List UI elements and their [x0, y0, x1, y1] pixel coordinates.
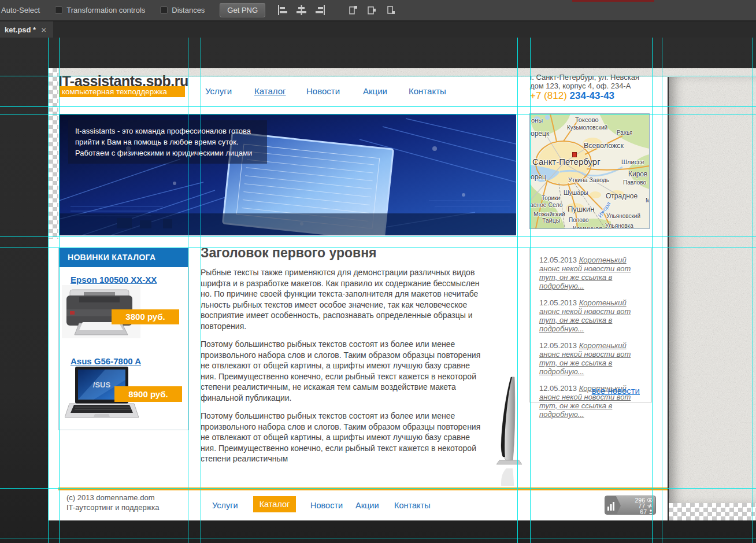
footer-nav-kontakty[interactable]: Контакты	[394, 501, 431, 510]
map-place-label: Пушкин	[568, 205, 594, 213]
nav-item-novosti[interactable]: Новости	[306, 86, 340, 96]
article-paragraph: Поэтому большинство рыбных текстов состо…	[201, 411, 507, 464]
catalog-box-header: НОВИНКИ КАТАЛОГА	[59, 248, 188, 267]
guide-horizontal[interactable]	[0, 538, 756, 538]
map-place-label: Тайцы	[542, 217, 560, 224]
footer-nav-uslugi[interactable]: Услуги	[212, 501, 238, 510]
copyright-line-2: IT-аутсортинг и поддержка	[66, 503, 160, 512]
canvas-area: IT-assistants.spb.ru компьютерная техпод…	[0, 38, 756, 543]
map-place-label: орец	[531, 173, 546, 181]
address-line-2: дом 123, корпус 4, оф. 234-А	[530, 82, 631, 90]
top-red-strip	[572, 0, 654, 2]
news-date: 12.05.2013	[539, 298, 577, 307]
document-tab[interactable]: ket.psd * ×	[0, 21, 53, 38]
checkbox-icon[interactable]	[55, 6, 62, 14]
news-box: 12.05.2013 Коротенький анонс некой новос…	[529, 248, 652, 402]
article-paragraph: Поэтому большинство рыбных текстов состо…	[201, 339, 507, 403]
copyright-line-1: (c) 2013 domenname.dom	[66, 493, 160, 503]
nav-item-kontakty[interactable]: Контакты	[409, 86, 446, 96]
align-right-edges-icon[interactable]	[315, 5, 326, 16]
map-place-label: Павлово	[623, 179, 646, 186]
price-badge-epson: 3800 руб.	[112, 309, 179, 324]
align-left-edges-icon[interactable]	[277, 5, 288, 16]
guide-horizontal[interactable]	[0, 248, 756, 248]
news-item: 12.05.2013 Коротенький анонс некой новос…	[539, 298, 643, 333]
counter-logo	[605, 496, 621, 515]
nav-item-katalog[interactable]: Каталог	[254, 86, 286, 96]
all-news-link[interactable]: все новости	[592, 386, 640, 395]
visit-counter-badge[interactable]: 296 77 67	[605, 496, 656, 515]
map-place-label: Токсово	[575, 116, 599, 123]
transparency-checker-left	[49, 68, 58, 239]
transparency-checker-bottom-right	[669, 503, 756, 520]
hero-overlay-text: It-assistants - это команда профессионал…	[68, 120, 267, 164]
map-place-label: асное Село	[530, 201, 563, 208]
footer-nav-akcii[interactable]: Акции	[355, 501, 379, 510]
product-link-asus[interactable]: Asus G56-7800 A	[71, 356, 141, 366]
news-date: 12.05.2013	[539, 341, 577, 350]
hero-image: It-assistants - это команда профессионал…	[59, 114, 516, 235]
svg-text:/SUS: /SUS	[93, 381, 111, 389]
ps-options-bar: Auto-Select Transformation controls Dist…	[0, 0, 756, 21]
guide-horizontal[interactable]	[0, 76, 756, 76]
align-horizontal-centers-icon[interactable]	[296, 5, 307, 16]
photoshop-window: Auto-Select Transformation controls Dist…	[0, 0, 756, 543]
map-place-label: Ульяновка	[605, 223, 633, 229]
map-place-label: Торики	[542, 195, 560, 201]
phone-digits: 234-43-43	[570, 90, 615, 101]
article-paragraph: Рыбные тексты также применяются для демо…	[201, 267, 507, 331]
transformation-controls-checkbox[interactable]: Transformation controls	[55, 6, 145, 14]
map-place-label: Санкт-Петербург	[532, 157, 601, 167]
phone-code: +7 (812)	[530, 90, 567, 101]
document-tab-title: ket.psd *	[5, 25, 36, 34]
catalog-new-items-box: НОВИНКИ КАТАЛОГА Epson 100500 XX-XX 3800…	[58, 248, 189, 430]
tab-close-icon[interactable]: ×	[41, 25, 46, 34]
guide-horizontal[interactable]	[0, 488, 756, 489]
nav-item-akcii[interactable]: Акции	[363, 86, 387, 96]
guide-horizontal[interactable]	[0, 114, 756, 114]
auto-select-label[interactable]: Auto-Select	[1, 6, 40, 14]
map-place-label: орецк	[531, 130, 549, 138]
nav-item-uslugi[interactable]: Услуги	[205, 86, 232, 96]
address-line-1: г. Санкт-Петербург, ул. Невская	[530, 73, 639, 82]
ps-tab-bar: ket.psd * ×	[0, 21, 756, 38]
map-place-label: оны	[531, 117, 543, 124]
news-date: 12.05.2013	[539, 256, 577, 264]
guide-horizontal[interactable]	[0, 236, 756, 237]
map-place-label: Всеволожск	[584, 142, 624, 150]
distances-label: Distances	[172, 6, 205, 14]
phone-number: +7 (812) 234-43-43	[530, 90, 614, 102]
map-place-label: Попово	[569, 217, 589, 223]
distribute-center-icon[interactable]	[367, 5, 378, 16]
map-place-label: Уткина Заводь	[568, 176, 609, 183]
footer-nav-katalog-button[interactable]: Каталог	[253, 496, 296, 512]
map-place-label: Отрадное	[606, 192, 638, 200]
map-place-label: М	[646, 197, 650, 204]
product-link-epson[interactable]: Epson 100500 XX-XX	[71, 275, 157, 285]
counter-hosts: 67	[640, 509, 647, 515]
counter-values: 296 77 67	[635, 497, 653, 515]
guide-horizontal[interactable]	[0, 106, 756, 107]
location-map[interactable]: оныТоксовоКузьмоловскийРахьяорецкВсеволо…	[529, 113, 650, 229]
distances-checkbox[interactable]: Distances	[160, 6, 205, 14]
map-marker-icon	[572, 152, 577, 157]
distribute-bottom-icon[interactable]	[386, 5, 397, 16]
map-place-label: Кузьмоловский	[567, 124, 607, 131]
footer-copyright: (c) 2013 domenname.dom IT-аутсортинг и п…	[66, 493, 160, 512]
distribute-top-icon[interactable]	[348, 5, 359, 16]
document-background-right	[669, 77, 756, 503]
monitor-image	[486, 376, 529, 486]
footer-nav-novosti[interactable]: Новости	[310, 501, 343, 510]
price-badge-asus: 8900 руб.	[114, 386, 182, 402]
site-logo-subtitle: компьютерная техподдержка	[59, 86, 185, 97]
map-place-label: Коммунар	[573, 225, 603, 229]
article-body: Рыбные тексты также применяются для демо…	[201, 267, 507, 472]
transformation-controls-label: Transformation controls	[66, 6, 145, 14]
get-png-button[interactable]: Get PNG	[220, 3, 265, 17]
map-place-label: Рахья	[617, 130, 633, 136]
map-place-label: Киров	[628, 170, 647, 178]
checkbox-icon[interactable]	[160, 6, 168, 14]
news-date: 12.05.2013	[539, 384, 577, 393]
news-item: 12.05.2013 Коротенький анонс некой новос…	[539, 341, 643, 376]
map-place-label: Шлиссе	[621, 158, 644, 165]
